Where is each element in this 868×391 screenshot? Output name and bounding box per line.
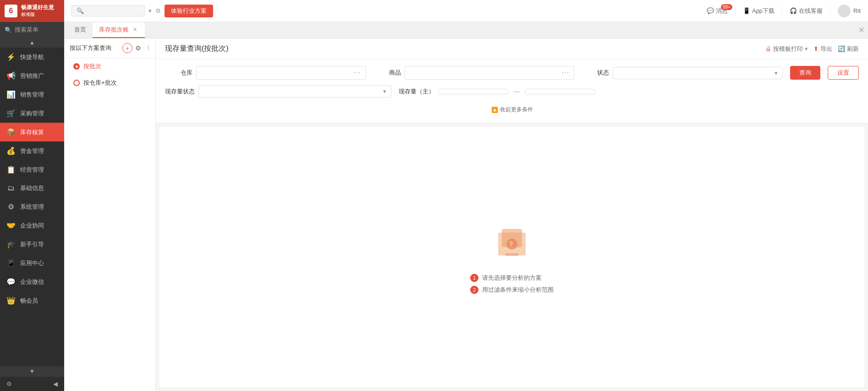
stock-qty-max-input[interactable] bbox=[525, 89, 595, 94]
warehouse-dots-icon[interactable]: ··· bbox=[353, 69, 361, 77]
topbar-chevron-down-icon[interactable]: ▾ bbox=[148, 7, 152, 14]
user-menu[interactable]: Rit bbox=[838, 5, 861, 17]
left-panel-title: 按以下方案查询 bbox=[70, 44, 111, 52]
marketing-label: 营销推广 bbox=[20, 72, 44, 80]
inventory-icon: 📦 bbox=[6, 128, 16, 136]
collapse-more-btn[interactable]: 🔼 收起更多条件 bbox=[165, 103, 859, 116]
hint-text-1: 请先选择要分析的方案 bbox=[482, 272, 542, 284]
sidebar-item-system[interactable]: ⚙ 系统管理 bbox=[0, 197, 64, 216]
stock-status-select[interactable]: ▾ bbox=[198, 85, 391, 98]
topbar-left: 🔍 ▾ ⚙ 体验行业方案 bbox=[71, 5, 702, 17]
divider-3 bbox=[830, 6, 830, 16]
app-download-btn[interactable]: 📱 App下载 bbox=[743, 7, 775, 15]
tab-bar-actions: ✕ bbox=[858, 26, 864, 34]
system-label: 系统管理 bbox=[20, 203, 44, 211]
sidebar-scroll-down[interactable]: ▼ bbox=[0, 366, 64, 376]
goods-label: 商品 bbox=[374, 69, 401, 77]
member-label: 畅会员 bbox=[20, 297, 38, 305]
online-service-btn[interactable]: 🎧 在线客服 bbox=[790, 7, 823, 15]
enterprise-wechat-icon: 💬 bbox=[6, 277, 16, 286]
filter-warehouse: 仓库 ··· bbox=[165, 66, 366, 80]
enterprise-wechat-label: 企业微信 bbox=[20, 278, 44, 286]
sales-icon: 📊 bbox=[6, 90, 16, 99]
collapse-up-icon: 🔼 bbox=[491, 107, 498, 113]
newcomer-label: 新手引导 bbox=[20, 240, 44, 249]
topbar-gear-icon[interactable]: ⚙ bbox=[155, 7, 161, 14]
hint-item-1: 1 请先选择要分析的方案 bbox=[470, 272, 554, 284]
scheme-batch[interactable]: 按批次 bbox=[64, 58, 155, 75]
enterprise-icon: 🤝 bbox=[6, 221, 16, 230]
sidebar-item-marketing[interactable]: 📢 营销推广 bbox=[0, 66, 64, 85]
finance-label: 资金管理 bbox=[20, 147, 44, 155]
sidebar-item-app-center[interactable]: 📱 应用中心 bbox=[0, 254, 64, 272]
sidebar-search[interactable]: 🔍 搜索菜单 bbox=[0, 22, 64, 38]
goods-input[interactable]: ··· bbox=[405, 66, 575, 80]
svg-rect-4 bbox=[505, 253, 519, 256]
scheme-settings-icon[interactable]: ⚙ bbox=[135, 44, 141, 52]
sidebar-item-enterprise-wechat[interactable]: 💬 企业微信 bbox=[0, 272, 64, 291]
filter-goods: 商品 ··· bbox=[374, 66, 575, 80]
content-area: 按以下方案查询 + ⚙ 《 按批次 按仓库+批次 现存量查询(按批次) bbox=[64, 38, 868, 391]
message-badge: 99+ bbox=[721, 4, 732, 10]
sidebar-item-inventory[interactable]: 📦 库存核算 bbox=[0, 123, 64, 141]
warehouse-label: 仓库 bbox=[165, 69, 192, 77]
query-btn[interactable]: 查询 bbox=[790, 66, 820, 80]
sidebar-item-quick-nav[interactable]: ⚡ 快捷导航 bbox=[0, 48, 64, 66]
app-download-icon: 📱 bbox=[743, 7, 750, 14]
stock-qty-min-input[interactable] bbox=[438, 89, 508, 94]
divider-1 bbox=[735, 6, 736, 16]
stock-qty-label: 现存量（主） bbox=[399, 87, 434, 96]
collapse-more-label: 收起更多条件 bbox=[500, 106, 533, 114]
page-title: 现存量查询(按批次) bbox=[165, 44, 229, 54]
status-chevron-icon: ▾ bbox=[775, 70, 778, 76]
sidebar-item-purchase[interactable]: 🛒 采购管理 bbox=[0, 104, 64, 123]
newcomer-icon: 🎓 bbox=[6, 240, 16, 249]
empty-hints: 1 请先选择要分析的方案 2 用过滤条件来缩小分析范围 bbox=[470, 272, 554, 296]
member-icon: 👑 bbox=[6, 296, 16, 305]
scheme-warehouse-batch[interactable]: 按仓库+批次 bbox=[64, 75, 155, 91]
enterprise-label: 企业协同 bbox=[20, 222, 44, 230]
goods-dots-icon[interactable]: ··· bbox=[562, 69, 569, 77]
panel-collapse-icon[interactable]: 《 bbox=[144, 44, 150, 52]
tab-close-icon[interactable]: ✕ bbox=[132, 26, 138, 33]
tab-close-all-icon[interactable]: ✕ bbox=[858, 26, 864, 34]
stock-status-chevron-icon: ▾ bbox=[383, 88, 386, 95]
sidebar-item-operations[interactable]: 📋 经营管理 bbox=[0, 160, 64, 179]
print-chevron-icon[interactable]: ▾ bbox=[805, 45, 808, 52]
filter-area: 仓库 ··· 商品 ··· 状态 bbox=[156, 60, 868, 123]
sidebar-scroll-up[interactable]: ▲ bbox=[0, 38, 64, 48]
message-btn[interactable]: 💬 消息 99+ bbox=[707, 7, 728, 15]
sidebar: 6 畅康通好生意 标准版 🔍 搜索菜单 ▲ ⚡ 快捷导航 📢 营销推广 📊 销售… bbox=[0, 0, 64, 391]
finance-icon: 💰 bbox=[6, 147, 16, 155]
hint-num-1: 1 bbox=[470, 274, 478, 282]
refresh-btn[interactable]: 🔄 刷新 bbox=[838, 45, 859, 53]
tab-home[interactable]: 首页 bbox=[68, 22, 93, 38]
sidebar-item-member[interactable]: 👑 畅会员 bbox=[0, 291, 64, 310]
setting-btn[interactable]: 设置 bbox=[828, 66, 859, 80]
sidebar-collapse-icon[interactable]: ◀ bbox=[53, 380, 58, 387]
operations-label: 经营管理 bbox=[20, 166, 44, 174]
export-btn[interactable]: ⬆ 导出 bbox=[813, 45, 832, 53]
warehouse-input[interactable]: ··· bbox=[196, 66, 366, 80]
filter-stock-status: 现存量状态 ▾ bbox=[165, 85, 391, 98]
sidebar-item-finance[interactable]: 💰 资金管理 bbox=[0, 141, 64, 160]
tab-inventory-batch[interactable]: 库存批次账 ✕ bbox=[93, 22, 145, 38]
basic-icon: 🗂 bbox=[6, 184, 16, 192]
status-select[interactable]: ▾ bbox=[613, 67, 783, 79]
stock-qty-dash: — bbox=[514, 88, 520, 95]
print-btn[interactable]: 🖨 按模板打印 ▾ bbox=[765, 45, 808, 53]
sidebar-settings-icon[interactable]: ⚙ bbox=[6, 380, 12, 387]
scheme-batch-dot bbox=[73, 63, 80, 70]
sidebar-item-newcomer[interactable]: 🎓 新手引导 bbox=[0, 235, 64, 254]
industry-btn[interactable]: 体验行业方案 bbox=[165, 5, 213, 17]
sidebar-nav: ⚡ 快捷导航 📢 营销推广 📊 销售管理 🛒 采购管理 📦 库存核算 💰 资金管… bbox=[0, 48, 64, 366]
tab-bar: 首页 库存批次账 ✕ ✕ bbox=[64, 22, 868, 38]
topbar-search-box[interactable]: 🔍 bbox=[71, 5, 145, 16]
sidebar-item-sales[interactable]: 📊 销售管理 bbox=[0, 85, 64, 104]
sidebar-item-basic[interactable]: 🗂 基础信息 bbox=[0, 179, 64, 197]
print-label: 按模板打印 bbox=[773, 45, 803, 53]
sidebar-item-enterprise[interactable]: 🤝 企业协同 bbox=[0, 216, 64, 235]
user-avatar bbox=[838, 5, 851, 17]
page-header: 现存量查询(按批次) 🖨 按模板打印 ▾ ⬆ 导出 🔄 刷新 bbox=[156, 38, 868, 60]
add-scheme-btn[interactable]: + bbox=[122, 43, 132, 53]
